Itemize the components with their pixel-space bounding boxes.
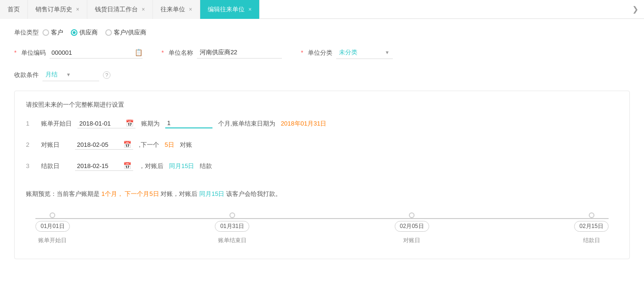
payment-condition-arrow: ▾	[67, 71, 70, 78]
preview-label: 账期预览：当前客户账期是	[26, 190, 100, 197]
preview-p2: 下一个月5日	[125, 190, 159, 197]
unit-category-arrow: ▾	[386, 49, 389, 56]
payment-condition-select[interactable]: 月结 ▾	[42, 68, 99, 81]
node-circle-1	[229, 212, 235, 218]
tab-close-partner[interactable]: ×	[189, 6, 192, 13]
unit-category-required: *	[301, 49, 303, 56]
radio-both[interactable]: 客户/供应商	[105, 28, 146, 37]
unit-type-radio-group: 客户 供应商 客户/供应商	[42, 28, 146, 37]
unit-code-input[interactable]	[50, 47, 133, 58]
node-label-3: 结款日	[583, 236, 600, 245]
calendar-icon-2[interactable]: 📅	[123, 141, 131, 148]
unit-name-input[interactable]	[197, 47, 282, 59]
row-label-3: 结款日	[41, 162, 69, 170]
row-label-2: 对账日	[41, 141, 69, 149]
radio-label-both: 客户/供应商	[114, 28, 146, 37]
date-input-3: 📅	[75, 161, 133, 171]
timeline-node-1: 01月31日 账单结束日	[215, 212, 249, 245]
unit-name-label: 单位名称	[169, 49, 193, 57]
node-label-0: 账单开始日	[38, 236, 67, 245]
data-row-1: 1 账单开始日 📅 账期为 个月,账单结束日期为 2018年01月31日	[26, 118, 618, 128]
row2-desc-suffix: 对账	[180, 141, 192, 149]
tab-home[interactable]: 首页	[0, 0, 28, 19]
calendar-icon-3[interactable]: 📅	[123, 162, 131, 169]
end-date-highlight: 2018年01月31日	[281, 119, 327, 128]
payment-condition-group: 收款条件 月结 ▾ ?	[14, 68, 110, 81]
unit-info-row: * 单位编码 📋 * 单位名称 * 单位分类 未分类 ▾	[14, 46, 630, 59]
unit-type-row: 单位类型 客户 供应商 客户/供应商	[14, 28, 630, 37]
date-input-2: 📅	[75, 140, 133, 150]
unit-code-group: * 单位编码 📋	[14, 47, 143, 59]
main-content: 单位类型 客户 供应商 客户/供应商 * 单位编码	[0, 19, 644, 287]
section-title: 请按照未来的一个完整帐期进行设置	[26, 101, 618, 109]
data-row-3: 3 结款日 📅 ，对账后 同月15日 结款	[26, 161, 618, 171]
unit-name-required: *	[161, 49, 164, 56]
preview-p5: 该客户会给我打款。	[226, 190, 281, 197]
unit-type-group: 单位类型 客户 供应商 客户/供应商	[14, 28, 146, 37]
help-icon[interactable]: ?	[103, 71, 110, 79]
node-circle-0	[50, 212, 55, 218]
unit-code-required: *	[14, 49, 17, 56]
row3-desc-suffix: 结款	[200, 162, 212, 170]
unit-type-label: 单位类型	[14, 28, 39, 37]
tab-sales-history[interactable]: 销售订单历史 ×	[28, 0, 87, 19]
node-label-1: 账单结束日	[218, 236, 246, 245]
row3-highlight: 同月15日	[169, 162, 194, 170]
radio-circle-customer	[42, 29, 49, 36]
node-label-2: 对账日	[403, 236, 420, 245]
tab-partner[interactable]: 往来单位 ×	[153, 0, 200, 19]
preview-p3: 对账，对账后	[161, 190, 197, 197]
node-date-0: 01月01日	[35, 221, 70, 232]
unit-category-label: 单位分类	[308, 49, 332, 57]
radio-customer[interactable]: 客户	[42, 28, 63, 37]
timeline-wrap: 01月01日 账单开始日 01月31日 账单结束日 02月05日 对账日	[26, 208, 618, 249]
tabs-bar: 首页 销售订单历史 × 钱货日清工作台 × 往来单位 × 编辑往来单位 × ❯	[0, 0, 644, 19]
radio-circle-supplier	[71, 29, 77, 36]
row-label-1: 账单开始日	[41, 119, 72, 128]
radio-label-customer: 客户	[51, 28, 63, 37]
data-row-2: 2 对账日 📅 ,下一个 5日 对账	[26, 140, 618, 150]
date-field-3[interactable]	[77, 162, 119, 169]
section-box: 请按照未来的一个完整帐期进行设置 1 账单开始日 📅 账期为 个月,账单结束日期…	[14, 91, 630, 259]
radio-label-supplier: 供应商	[79, 28, 98, 37]
preview-text: 账期预览：当前客户账期是 1个月， 下一个月5日 对账，对账后 同月15日 该客…	[26, 190, 618, 198]
node-date-3: 02月15日	[574, 221, 609, 232]
row-num-1: 1	[26, 120, 35, 127]
unit-category-group: * 单位分类 未分类 ▾	[301, 46, 393, 59]
row2-desc-prefix: ,下一个	[139, 141, 159, 149]
node-circle-2	[409, 212, 415, 218]
period-label: 账期为	[141, 119, 160, 128]
unit-category-select[interactable]: 未分类 ▾	[336, 46, 393, 59]
period-value-input[interactable]	[165, 118, 212, 128]
row3-desc-prefix: ，对账后	[139, 162, 163, 170]
date-field-2[interactable]	[77, 141, 119, 148]
tab-close-edit-partner[interactable]: ×	[248, 6, 252, 13]
tab-cash-workbench[interactable]: 钱货日清工作台 ×	[87, 0, 153, 19]
tab-close-cash-workbench[interactable]: ×	[142, 6, 145, 13]
date-field-1[interactable]	[79, 120, 122, 127]
unit-code-icon[interactable]: 📋	[135, 49, 143, 56]
payment-condition-row: 收款条件 月结 ▾ ?	[14, 68, 630, 81]
preview-p4: 同月15日	[199, 190, 224, 197]
calendar-icon-1[interactable]: 📅	[126, 119, 134, 127]
timeline-nodes: 01月01日 账单开始日 01月31日 账单结束日 02月05日 对账日	[35, 212, 609, 245]
row-num-2: 2	[26, 141, 35, 148]
timeline-node-3: 02月15日 结款日	[574, 212, 609, 245]
payment-condition-value: 月结	[45, 70, 58, 79]
payment-condition-label: 收款条件	[14, 71, 39, 79]
preview-section: 账期预览：当前客户账期是 1个月， 下一个月5日 对账，对账后 同月15日 该客…	[26, 182, 618, 249]
period-unit: 个月,账单结束日期为	[218, 119, 275, 128]
timeline-node-0: 01月01日 账单开始日	[35, 212, 70, 245]
tab-scroll-right[interactable]: ❯	[627, 0, 644, 19]
radio-supplier[interactable]: 供应商	[71, 28, 98, 37]
node-date-1: 01月31日	[215, 221, 249, 232]
unit-code-input-wrap: 📋	[50, 47, 143, 59]
unit-category-value: 未分类	[339, 48, 357, 57]
row-num-3: 3	[26, 162, 35, 169]
unit-name-group: * 单位名称	[161, 47, 282, 59]
row2-highlight: 5日	[165, 141, 174, 149]
timeline-node-2: 02月05日 对账日	[395, 212, 429, 245]
radio-circle-both	[105, 29, 112, 36]
tab-close-sales-history[interactable]: ×	[76, 6, 79, 13]
tab-edit-partner[interactable]: 编辑往来单位 ×	[200, 0, 260, 19]
